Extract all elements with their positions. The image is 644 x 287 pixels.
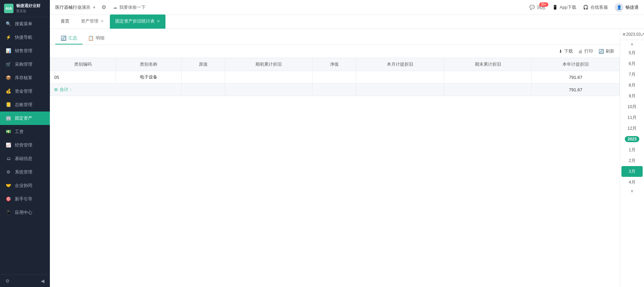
- sidebar-icon-4: 📦: [5, 75, 11, 81]
- sidebar-icon-12: 🤝: [5, 183, 11, 189]
- month-item-3[interactable]: 3月: [621, 166, 643, 177]
- total-icon: ⊞: [54, 87, 58, 92]
- col-year-depreciation: 本年计提折旧: [532, 58, 620, 71]
- sidebar-item-工资[interactable]: 💵 工资: [0, 125, 50, 138]
- tab-asset-management-label: 资产管理: [81, 18, 98, 24]
- content-area: 🔄 汇总 📋 明细 ⬇ 下载 🖨 打印 🔄: [50, 29, 644, 287]
- month-item-11[interactable]: 11月: [620, 112, 644, 123]
- col-net-value: 净值: [313, 58, 356, 71]
- month-item-10[interactable]: 10月: [620, 101, 644, 112]
- col-code: 类别编码: [50, 58, 116, 71]
- sidebar-label-13: 新手引导: [15, 196, 32, 202]
- sidebar-item-总账管理[interactable]: 📒 总账管理: [0, 98, 50, 111]
- total-label-text: 合计：: [60, 87, 73, 93]
- settings-icon[interactable]: ⚙: [5, 278, 10, 284]
- refresh-icon: 🔄: [599, 49, 604, 54]
- sidebar-item-销售管理[interactable]: 📊 销售管理: [0, 44, 50, 58]
- topbar-right: 💬 消息 99+ 📱 App下载 🎧 在线客服 👤 畅捷通: [529, 3, 639, 12]
- sidebar-header: AtA 畅捷通好业财 普及版: [0, 0, 50, 17]
- row-month-depreciation: [356, 71, 444, 84]
- sidebar-item-企业协同[interactable]: 🤝 企业协同: [0, 179, 50, 192]
- tab-close-asset-management[interactable]: ✕: [100, 19, 104, 24]
- sidebar-logo: AtA 畅捷通好业财 普及版: [4, 3, 46, 13]
- logo-icon: AtA: [4, 4, 13, 13]
- depreciation-table-container: 类别编码 类别名称 原值 期初累计折旧 净值 本月计提折旧 期末累计折旧 本年计…: [50, 58, 620, 287]
- table-row: 05 电子设备 791.67: [50, 71, 620, 84]
- customer-service-icon: 🎧: [583, 5, 588, 10]
- refresh-button[interactable]: 🔄 刷新: [599, 48, 614, 54]
- sidebar-label-9: 经营管理: [15, 142, 32, 148]
- tab-depreciation-table[interactable]: 固定资产折旧统计表 ✕: [110, 14, 165, 29]
- cloud-icon: ☁: [113, 5, 117, 10]
- sidebar-icon-11: ⚙: [5, 169, 11, 175]
- row-code: 05: [50, 71, 116, 84]
- sidebar-item-系统管理[interactable]: ⚙ 系统管理: [0, 165, 50, 179]
- month-item-1[interactable]: 1月: [620, 145, 644, 155]
- tab-home-label: 首页: [61, 18, 69, 24]
- customer-service-button[interactable]: 🎧 在线客服: [583, 4, 608, 10]
- sidebar-footer: ⚙ ◀: [0, 275, 50, 287]
- total-initial-depreciation: [225, 84, 313, 96]
- sidebar-label-6: 总账管理: [15, 102, 32, 108]
- sidebar-icon-13: 🎯: [5, 196, 11, 202]
- side-panel-close-icon[interactable]: ✕: [622, 32, 626, 37]
- scroll-down-button[interactable]: ▼: [620, 188, 644, 195]
- sidebar-icon-10: 🗂: [5, 156, 11, 162]
- month-item-5[interactable]: 5月: [620, 47, 644, 58]
- total-year-depreciation: 791.67: [532, 84, 620, 96]
- sidebar-item-基础信息[interactable]: 🗂 基础信息: [0, 152, 50, 165]
- user-profile[interactable]: 👤 畅捷通: [615, 3, 639, 12]
- tab-asset-management[interactable]: 资产管理 ✕: [75, 14, 109, 29]
- sidebar-icon-5: 💰: [5, 88, 11, 94]
- sub-tab-detail[interactable]: 📋 明细: [83, 32, 110, 44]
- month-item-9[interactable]: 9月: [620, 91, 644, 101]
- topbar-settings-icon[interactable]: ⚙: [101, 4, 106, 10]
- sidebar-item-应用中心[interactable]: 📱 应用中心: [0, 206, 50, 219]
- month-item-2[interactable]: 2月: [620, 155, 644, 166]
- sidebar-label-3: 采购管理: [15, 61, 32, 67]
- scroll-up-button[interactable]: ▲: [620, 40, 644, 47]
- total-end-depreciation: [444, 84, 532, 96]
- sidebar-item-经营管理[interactable]: 📈 经营管理: [0, 138, 50, 152]
- messages-badge: 99+: [539, 2, 548, 7]
- sidebar-item-固定资产[interactable]: 🏢 固定资产: [0, 111, 50, 125]
- print-button[interactable]: 🖨 打印: [578, 48, 593, 54]
- sidebar-icon-2: 📊: [5, 48, 11, 54]
- total-row: ⊞ 合计： 791.67: [50, 84, 620, 96]
- side-panel-expand-icon[interactable]: ⤢: [641, 32, 644, 37]
- row-end-depreciation: [444, 71, 532, 84]
- sidebar-label-8: 工资: [15, 129, 24, 135]
- customer-service-label: 在线客服: [590, 4, 608, 10]
- row-initial-depreciation: [225, 71, 313, 84]
- sidebar-icon-6: 📒: [5, 102, 11, 108]
- month-item-6[interactable]: 6月: [620, 58, 644, 69]
- tab-close-depreciation[interactable]: ✕: [157, 19, 160, 24]
- download-icon: ⬇: [559, 49, 562, 54]
- tabs-bar: 首页 资产管理 ✕ 固定资产折旧统计表 ✕: [50, 15, 644, 29]
- sidebar-item-资金管理[interactable]: 💰 资金管理: [0, 85, 50, 98]
- app-download-label: App下载: [560, 4, 576, 10]
- sidebar-item-新手引导[interactable]: 🎯 新手引导: [0, 192, 50, 206]
- toolbar: ⬇ 下载 🖨 打印 🔄 刷新: [50, 45, 620, 58]
- sub-tab-summary[interactable]: 🔄 汇总: [55, 32, 83, 44]
- sidebar-item-搜索菜单[interactable]: 🔍 搜索菜单: [0, 17, 50, 31]
- avatar: 👤: [615, 3, 623, 12]
- sidebar-label-7: 固定资产: [15, 115, 32, 121]
- month-item-8[interactable]: 8月: [620, 80, 644, 91]
- month-item-7[interactable]: 7月: [620, 69, 644, 80]
- download-button[interactable]: ⬇ 下载: [559, 48, 573, 54]
- sidebar-label-10: 基础信息: [15, 156, 32, 162]
- sidebar-item-采购管理[interactable]: 🛒 采购管理: [0, 58, 50, 71]
- month-item-12[interactable]: 12月: [620, 123, 644, 134]
- sidebar-item-库存核算[interactable]: 📦 库存核算: [0, 71, 50, 85]
- collapse-icon[interactable]: ◀: [41, 278, 44, 284]
- month-item-4[interactable]: 4月: [620, 177, 644, 188]
- sidebar-item-快捷导航[interactable]: ⚡ 快捷导航: [0, 31, 50, 44]
- col-end-depreciation: 期末累计折旧: [444, 58, 532, 71]
- app-download-button[interactable]: 📱 App下载: [552, 4, 576, 10]
- company-selector[interactable]: 医疗器械行业演示 ▼: [55, 4, 96, 10]
- main-content: 医疗器械行业演示 ▼ ⚙ ☁ 我要体验一下 💬 消息 99+ 📱 App下载 🎧…: [50, 0, 644, 287]
- feedback-button[interactable]: ☁ 我要体验一下: [113, 4, 146, 10]
- tab-home[interactable]: 首页: [55, 14, 75, 29]
- messages-button[interactable]: 💬 消息 99+: [529, 4, 546, 10]
